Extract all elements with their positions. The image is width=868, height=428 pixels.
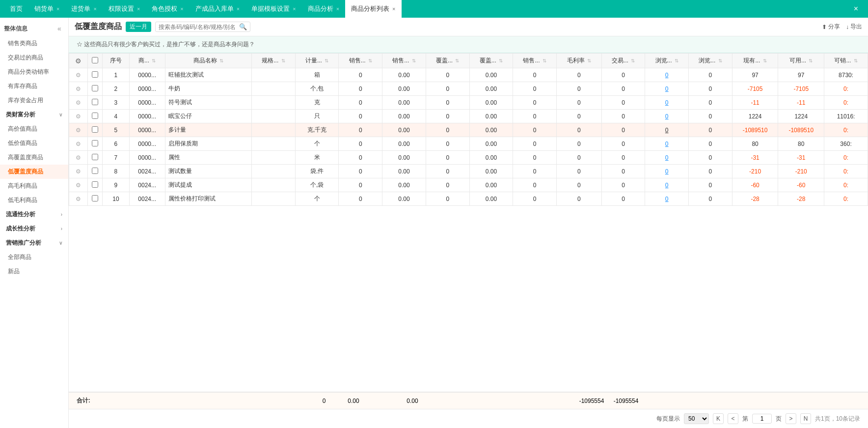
close-icon[interactable]: × [180,6,183,12]
close-icon[interactable]: × [293,6,296,12]
close-icon[interactable]: × [392,6,395,12]
sidebar-item-stock-capital[interactable]: 库存资金占用 [0,93,68,108]
sidebar-item-category-rate[interactable]: 商品分类动销率 [0,65,68,79]
nav-role-auth[interactable]: 角色授权 × [146,0,189,18]
sidebar-item-sales-goods[interactable]: 销售类商品 [0,36,68,51]
row-checkbox-cell[interactable] [88,96,103,110]
row-checkbox[interactable] [92,181,98,188]
row-checkbox[interactable] [92,85,98,91]
page-number-input[interactable] [752,414,772,424]
close-icon[interactable]: × [237,6,240,12]
browse1-cell[interactable]: 0 [645,165,689,178]
first-page-button[interactable]: K [713,413,724,424]
row-checkbox[interactable] [92,126,98,133]
close-icon[interactable]: × [56,6,59,12]
row-checkbox-cell[interactable] [88,178,103,192]
row-checkbox-cell[interactable] [88,165,103,178]
row-checkbox[interactable] [92,195,98,201]
settings-cell[interactable]: ⚙ [69,123,88,137]
nav-purchase-order[interactable]: 进货单 × [65,0,102,18]
browse1-cell[interactable]: 0 [645,137,689,151]
window-close-button[interactable]: × [848,4,864,13]
row-checkbox-cell[interactable] [88,68,103,82]
name-col-header[interactable]: 商品名称 ⇅ [165,54,251,68]
next-page-button[interactable]: > [786,413,796,424]
sidebar-item-all-goods[interactable]: 全部商品 [0,250,68,264]
settings-cell[interactable]: ⚙ [69,137,88,151]
code-col-header[interactable]: 商... ⇅ [129,54,165,68]
settings-cell[interactable]: ⚙ [69,151,88,165]
sidebar-item-high-value[interactable]: 高价值商品 [0,122,68,136]
collapse-sidebar-button[interactable]: « [54,24,64,33]
sidebar-item-traded-goods[interactable]: 交易过的商品 [0,51,68,65]
nav-template-settings[interactable]: 单据模板设置 × [245,0,301,18]
date-filter-button[interactable]: 近一月 [126,22,151,32]
nav-home[interactable]: 首页 [4,0,28,18]
nav-product-analysis-list[interactable]: 商品分析列表 × [345,0,401,18]
row-checkbox-cell[interactable] [88,123,103,137]
sales-amt-col-header[interactable]: 销售... ⇅ [382,54,426,68]
row-checkbox-cell[interactable] [88,82,103,96]
settings-col-header[interactable]: ⚙ [69,54,88,68]
cover2-col-header[interactable]: 覆盖... ⇅ [469,54,513,68]
search-input[interactable] [159,24,237,30]
sales2-col-header[interactable]: 销售... ⇅ [513,54,557,68]
sidebar-group-circulation[interactable]: 流通性分析 › [0,207,68,222]
trade-col-header[interactable]: 交易... ⇅ [601,54,645,68]
browse1-col-header[interactable]: 浏览... ⇅ [645,54,689,68]
sidebar-group-wealth[interactable]: 类财富分析 ∨ [0,108,68,122]
row-checkbox-cell[interactable] [88,192,103,206]
close-icon[interactable]: × [93,6,96,12]
row-checkbox-cell[interactable] [88,137,103,151]
settings-cell[interactable]: ⚙ [69,82,88,96]
browse1-cell[interactable]: 0 [645,192,689,206]
row-checkbox-cell[interactable] [88,110,103,123]
browse1-cell[interactable]: 0 [645,151,689,165]
sidebar-group-growth[interactable]: 成长性分析 › [0,222,68,236]
settings-cell[interactable]: ⚙ [69,165,88,178]
close-icon[interactable]: × [137,6,140,12]
nav-permission-settings[interactable]: 权限设置 × [103,0,146,18]
export-button[interactable]: ↓ 导出 [846,23,862,31]
settings-cell[interactable]: ⚙ [69,178,88,192]
close-icon[interactable]: × [336,6,339,12]
sidebar-item-stock-goods[interactable]: 有库存商品 [0,79,68,93]
sidebar-item-low-coverage[interactable]: 低覆盖度商品 [0,165,68,179]
per-page-select[interactable]: 50 10 20 100 [684,413,709,424]
last-page-button[interactable]: N [800,413,811,424]
row-checkbox-cell[interactable] [88,151,103,165]
search-icon[interactable]: 🔍 [239,23,247,30]
browse1-cell[interactable]: 0 [645,96,689,110]
browse1-cell[interactable]: 0 [645,110,689,123]
cover1-col-header[interactable]: 覆盖... ⇅ [426,54,469,68]
browse1-cell[interactable]: 0 [645,82,689,96]
select-all-checkbox[interactable] [92,57,98,63]
browse1-cell[interactable]: 0 [645,68,689,82]
sidebar-item-low-value[interactable]: 低价值商品 [0,136,68,150]
sidebar-item-high-coverage[interactable]: 高覆盖度商品 [0,150,68,165]
prev-page-button[interactable]: < [728,413,738,424]
row-checkbox[interactable] [92,168,98,174]
sidebar-item-new-goods[interactable]: 新品 [0,264,68,279]
sellable-col-header[interactable]: 可销... ⇅ [824,54,868,68]
checkbox-col-header[interactable] [88,54,103,68]
current-col-header[interactable]: 现有... ⇅ [732,54,778,68]
sidebar-item-high-margin[interactable]: 高毛利商品 [0,179,68,193]
row-checkbox[interactable] [92,71,98,78]
spec-col-header[interactable]: 规格... ⇅ [252,54,296,68]
nav-product-analysis[interactable]: 商品分析 × [302,0,345,18]
share-button[interactable]: ⬆ 分享 [822,23,840,31]
sales-qty-col-header[interactable]: 销售... ⇅ [339,54,382,68]
browse1-cell[interactable]: 0 [645,178,689,192]
browse2-col-header[interactable]: 浏览... ⇅ [689,54,732,68]
settings-cell[interactable]: ⚙ [69,96,88,110]
settings-cell[interactable]: ⚙ [69,68,88,82]
row-checkbox[interactable] [92,154,98,160]
row-checkbox[interactable] [92,140,98,146]
sidebar-item-low-margin[interactable]: 低毛利商品 [0,193,68,207]
gross-rate-col-header[interactable]: 毛利率 ⇅ [557,54,602,68]
sidebar-group-marketing[interactable]: 营销推广分析 ∨ [0,236,68,250]
row-checkbox[interactable] [92,99,98,105]
nav-sales-order[interactable]: 销货单 × [28,0,65,18]
settings-cell[interactable]: ⚙ [69,110,88,123]
